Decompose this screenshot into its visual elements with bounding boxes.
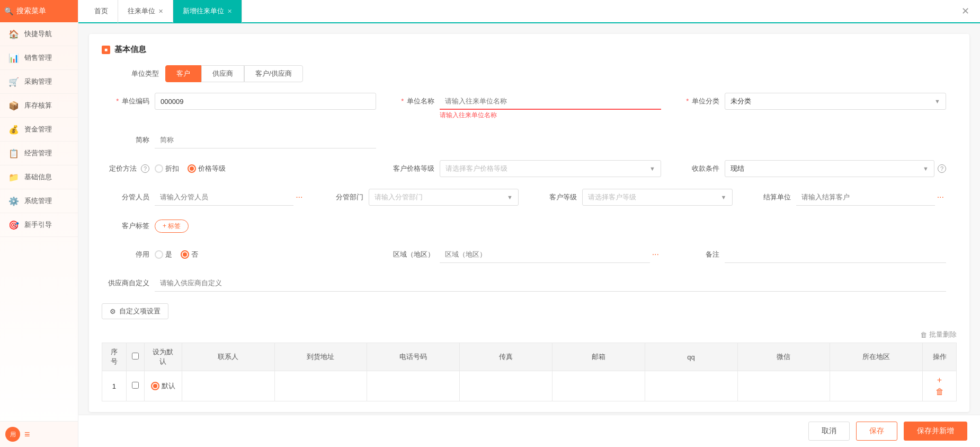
row-checkbox-cell [126,371,144,401]
customer-level-select[interactable]: 请选择客户等级 ▼ [582,189,733,206]
customer-price-level-arrow: ▼ [649,165,655,172]
row-wechat-cell[interactable] [737,371,830,401]
col-phone: 电话号码 [367,343,460,371]
pricing-level-outer [188,164,196,173]
row-qq-input[interactable] [651,382,732,390]
customer-price-level-label: 客户价格等级 [387,160,440,177]
tab-home-label: 首页 [94,6,108,16]
pricing-label: 定价方法 ? [102,160,155,177]
row-region-cell[interactable] [830,371,923,401]
row-fax-input[interactable] [465,382,547,390]
sidebar-item-label: 采购管理 [24,77,52,86]
bulk-delete-label[interactable]: 批量删除 [929,330,957,339]
add-tag-button[interactable]: + 标签 [155,220,189,233]
settlement-unit-field: 结算单位 ··· [743,189,947,206]
unit-category-select[interactable]: 未分类 ▼ [725,93,946,110]
settlement-unit-more-btn[interactable]: ··· [935,193,946,201]
settlement-unit-input[interactable] [796,189,935,206]
row-address-input[interactable] [280,382,362,390]
custom-settings-button[interactable]: ⚙ 自定义项设置 [102,303,168,319]
row-region-input[interactable] [835,382,917,390]
tab-new-partner-close[interactable]: ✕ [227,8,232,15]
payment-terms-hint-icon[interactable]: ? [938,164,946,173]
footer-bar: 取消 保存 保存并新增 [78,415,980,447]
save-and-new-button[interactable]: 保存并新增 [904,422,967,441]
disabled-yes-radio[interactable]: 是 [155,250,172,259]
sidebar-item-sales[interactable]: 📊 销售管理 [0,46,78,70]
pricing-discount-radio[interactable]: 折扣 [155,164,179,173]
region-input[interactable] [440,246,650,263]
pricing-hint-icon[interactable]: ? [141,164,149,173]
department-field: 分管部门 请输入分管部门 ▼ [316,189,519,206]
unit-type-customer-btn[interactable]: 客户 [165,65,201,82]
row-default-cell: 默认 [144,371,182,401]
row-fax-cell[interactable] [460,371,553,401]
tab-partners[interactable]: 往来单位 ✕ [118,0,173,23]
row-delete-btn[interactable]: 🗑 [933,386,946,398]
save-button[interactable]: 保存 [856,422,897,441]
sidebar-item-finance[interactable]: 💰 资金管理 [0,118,78,142]
tab-new-partner[interactable]: 新增往来单位 ✕ [173,0,242,23]
unit-type-both-btn[interactable]: 客户/供应商 [244,65,303,82]
abbreviation-input[interactable] [155,132,376,148]
row-phone-cell[interactable] [367,371,460,401]
gear-icon: ⚙ [110,308,116,315]
home-icon: 🏠 [8,29,19,39]
customer-level-label: 客户等级 [529,189,582,206]
sidebar-item-basic-info[interactable]: 📁 基础信息 [0,165,78,189]
sidebar-item-operations[interactable]: 📋 经营管理 [0,142,78,165]
sidebar-item-quick-nav[interactable]: 🏠 快捷导航 [0,22,78,46]
sidebar-item-inventory[interactable]: 📦 库存核算 [0,94,78,118]
customer-price-level-select[interactable]: 请选择客户价格等级 ▼ [440,160,661,177]
row-contact-cell[interactable] [182,371,274,401]
supplier-custom-input[interactable] [155,275,946,292]
unit-name-input[interactable] [440,93,661,110]
form-row-pricing: 定价方法 ? 折扣 价格等级 [102,160,957,179]
sidebar-item-label: 库存核算 [24,101,52,110]
tab-home[interactable]: 首页 [85,0,118,23]
sidebar-item-guide[interactable]: 🎯 新手引导 [0,213,78,237]
remark-label: 备注 [672,246,725,263]
disabled-radio-group: 是 否 [155,250,198,259]
row-default-label: 默认 [162,381,175,391]
remark-field: 备注 [672,246,946,263]
manager-more-btn[interactable]: ··· [293,193,305,201]
row-email-cell[interactable] [552,371,645,401]
payment-terms-value: 现结 [730,164,744,173]
row-default-radio[interactable]: 默认 [150,381,176,391]
sidebar-item-purchase[interactable]: 🛒 采购管理 [0,70,78,94]
search-menu-button[interactable]: 🔍 搜索菜单 [0,0,78,22]
col-index: 序号 [102,343,127,371]
manager-input[interactable] [155,189,293,206]
row-contact-input[interactable] [188,382,269,390]
unit-code-input[interactable] [155,93,376,110]
row-address-cell[interactable] [274,371,367,401]
sidebar-item-system[interactable]: ⚙️ 系统管理 [0,189,78,213]
department-select[interactable]: 请输入分管部门 ▼ [369,189,519,206]
main-area: 首页 往来单位 ✕ 新增往来单位 ✕ ✕ ■ 基本信息 单位类型 客户 供应商 … [78,0,980,447]
row-checkbox[interactable] [132,382,139,389]
select-all-checkbox[interactable] [132,353,139,360]
region-more-btn[interactable]: ··· [650,250,661,259]
tab-bar: 首页 往来单位 ✕ 新增往来单位 ✕ ✕ [78,0,980,23]
row-add-btn[interactable]: + [935,374,944,386]
tab-partners-close[interactable]: ✕ [158,8,163,15]
window-close-button[interactable]: ✕ [957,5,974,17]
disabled-no-radio[interactable]: 否 [181,250,198,259]
manager-label: 分管人员 [102,189,155,206]
section-title: ■ 基本信息 [102,45,957,55]
row-phone-input[interactable] [372,382,454,390]
cancel-button[interactable]: 取消 [808,422,850,441]
form-row-disabled: 停用 是 否 区 [102,246,957,265]
remark-input[interactable] [725,246,946,263]
row-default-outer [151,382,159,390]
row-wechat-input[interactable] [743,382,825,390]
unit-type-supplier-btn[interactable]: 供应商 [201,65,244,82]
row-qq-cell[interactable] [645,371,737,401]
payment-terms-select[interactable]: 现结 ▼ [725,160,934,177]
form-row-manager: 分管人员 ··· 分管部门 请输入分管部门 ▼ 客户等级 请选择客户等级 ▼ [102,189,957,208]
form-row-codes: * 单位编码 * 单位名称 请输入往来单位名称 [102,93,957,122]
pricing-level-radio[interactable]: 价格等级 [188,164,226,173]
row-email-input[interactable] [558,382,639,390]
settlement-unit-label: 结算单位 [743,189,796,206]
